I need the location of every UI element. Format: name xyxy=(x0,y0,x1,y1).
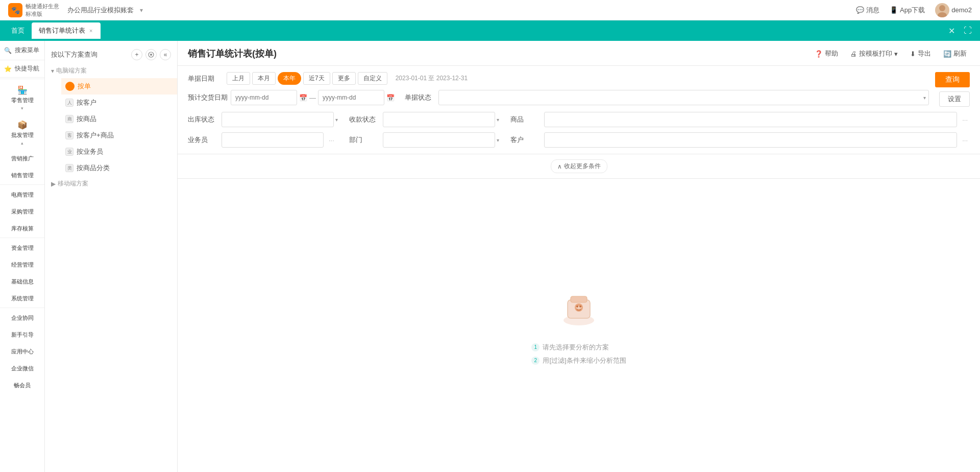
delivery-status-select[interactable] xyxy=(222,112,334,127)
filter-row-4: 业务员 ··· 部门 ▾ 客户 xyxy=(188,132,970,148)
customer-input[interactable] xyxy=(544,132,957,148)
cal-from-icon[interactable]: 📅 xyxy=(299,94,307,102)
refresh-btn[interactable]: 🔄 刷新 xyxy=(940,47,970,60)
help-btn[interactable]: ❓ 帮助 xyxy=(812,47,841,60)
star-icon: ⭐ xyxy=(4,65,12,73)
tab-bar: 首页 销售订单统计表 × ✕ ⛶ xyxy=(0,20,980,41)
date-btn-more[interactable]: 更多 xyxy=(332,72,356,85)
expected-date-to[interactable] xyxy=(318,90,384,105)
svg-rect-6 xyxy=(571,296,587,302)
app-download-btn[interactable]: 📱 App下载 xyxy=(890,6,925,15)
date-btn-this-year[interactable]: 本年 xyxy=(278,72,301,85)
wholesale-icon: 📦 xyxy=(17,120,28,130)
bill-date-row: 单据日期 上月 本月 本年 近7天 更多 自定义 2023-01-01 至 20… xyxy=(188,72,929,85)
salesperson-input[interactable] xyxy=(222,132,324,148)
sidebar-item-newbie[interactable]: 新手引导 xyxy=(0,326,44,343)
date-btn-last-month[interactable]: 上月 xyxy=(227,72,250,85)
sidebar-item-marketing[interactable]: 营销推广 xyxy=(0,150,44,167)
date-btn-last-7-days[interactable]: 近7天 xyxy=(303,72,330,85)
date-range-text: 2023-01-01 至 2023-12-31 xyxy=(396,74,468,83)
mobile-expand-icon: ▶ xyxy=(51,180,56,187)
collapse-chevron-icon: ∧ xyxy=(557,163,562,170)
sidebar-item-inventory[interactable]: 库存核算 xyxy=(0,220,44,237)
sidebar-quick-nav[interactable]: ⭐ 快捷导航 xyxy=(0,60,44,78)
cal-to-icon[interactable]: 📅 xyxy=(386,94,395,102)
settings-btn[interactable]: 设置 xyxy=(939,91,970,107)
sidebar-item-apps[interactable]: 应用中心 xyxy=(0,343,44,360)
customer-dots-btn[interactable]: ··· xyxy=(960,136,970,144)
department-select-wrap: ▾ xyxy=(383,132,502,148)
print-btn[interactable]: 🖨 按模板打印 ▾ xyxy=(847,47,901,60)
sidebar-search[interactable]: 🔍 搜索菜单 xyxy=(0,41,44,60)
sidebar-item-sales[interactable]: 销售管理 xyxy=(0,167,44,183)
sidebar-item-wholesale[interactable]: 📦 批发管理 ▴ xyxy=(0,115,44,150)
sidebar-item-base[interactable]: 基础信息 xyxy=(0,273,44,290)
sidebar-item-purchase[interactable]: 采购管理 xyxy=(0,203,44,220)
tree-item-by-salesperson[interactable]: 业 按业务员 xyxy=(61,144,177,160)
logo-box: 🐾 畅捷通好生意 标准版 xyxy=(8,3,59,17)
sidebar-item-member[interactable]: 畅会员 xyxy=(0,376,44,393)
bill-status-select[interactable] xyxy=(438,90,929,105)
mobile-scheme-group[interactable]: ▶ 移动端方案 xyxy=(45,176,177,191)
collapse-conditions-btn[interactable]: ∧ 收起更多条件 xyxy=(551,159,607,173)
left-panel-title: 按以下方案查询 xyxy=(51,50,97,59)
page-header: 销售订单统计表(按单) ❓ 帮助 🖨 按模板打印 ▾ ⬇ 导出 xyxy=(178,41,980,66)
sidebar-item-weixin[interactable]: 企业微信 xyxy=(0,360,44,376)
tip-num-2: 2 xyxy=(531,357,540,365)
tab-maximize-btn[interactable]: ⛶ xyxy=(962,25,974,37)
tab-close-btn[interactable]: × xyxy=(88,27,93,35)
tree-item-by-customer[interactable]: 人 按客户 xyxy=(61,95,177,111)
by-product-icon: 商 xyxy=(65,115,74,123)
top-title-arrow[interactable]: ▾ xyxy=(140,7,143,14)
svg-point-0 xyxy=(939,5,945,11)
collapse-panel-btn[interactable]: « xyxy=(160,49,171,60)
mobile-icon: 📱 xyxy=(890,6,898,14)
svg-point-1 xyxy=(938,12,947,17)
top-bar: 🐾 畅捷通好生意 标准版 办公用品行业模拟账套 ▾ 💬 消息 📱 App下载 d… xyxy=(0,0,980,20)
payment-status-select[interactable] xyxy=(383,112,495,127)
product-dots-btn[interactable]: ··· xyxy=(960,116,970,124)
department-select[interactable] xyxy=(383,132,495,148)
user-profile[interactable]: demo2 xyxy=(935,3,972,17)
tab-close-window-btn[interactable]: ✕ xyxy=(945,25,958,37)
salesperson-dots-btn[interactable]: ··· xyxy=(327,136,336,144)
top-bar-right: 💬 消息 📱 App下载 demo2 xyxy=(856,3,972,17)
date-btn-custom[interactable]: 自定义 xyxy=(358,72,387,85)
tree-item-by-order[interactable]: 按单 xyxy=(61,78,177,95)
export-btn[interactable]: ⬇ 导出 xyxy=(907,47,934,60)
tree-item-by-category[interactable]: 类 按商品分类 xyxy=(61,160,177,176)
product-input[interactable] xyxy=(544,112,957,127)
department-arrow-icon: ▾ xyxy=(497,137,499,143)
delivery-arrow-icon: ▾ xyxy=(335,117,338,123)
bill-status-filter: 单据状态 ▾ xyxy=(405,90,929,105)
print-arrow-icon: ▾ xyxy=(894,50,898,58)
refresh-icon: 🔄 xyxy=(943,50,951,58)
query-btn[interactable]: 查询 xyxy=(935,72,970,87)
edit-scheme-btn[interactable] xyxy=(145,49,157,60)
bill-status-label: 单据状态 xyxy=(405,93,435,102)
message-btn[interactable]: 💬 消息 xyxy=(856,6,879,15)
sidebar-item-finance[interactable]: 资金管理 xyxy=(0,239,44,256)
print-icon: 🖨 xyxy=(850,50,857,58)
page-actions: ❓ 帮助 🖨 按模板打印 ▾ ⬇ 导出 🔄 刷新 xyxy=(812,47,970,60)
by-salesperson-icon: 业 xyxy=(65,148,74,156)
bill-date-label: 单据日期 xyxy=(188,74,218,83)
add-scheme-btn[interactable]: + xyxy=(131,49,142,60)
pc-scheme-group[interactable]: ▾ 电脑端方案 xyxy=(45,63,177,78)
sidebar-item-operations[interactable]: 经营管理 xyxy=(0,256,44,273)
delivery-status-filter: 出库状态 ▾ xyxy=(188,112,341,127)
svg-point-3 xyxy=(150,54,152,56)
tree-item-by-product[interactable]: 商 按商品 xyxy=(61,111,177,127)
tab-home[interactable]: 首页 xyxy=(4,22,32,39)
date-btn-this-month[interactable]: 本月 xyxy=(252,72,276,85)
sidebar-item-system[interactable]: 系统管理 xyxy=(0,290,44,306)
salesperson-filter: 业务员 ··· xyxy=(188,132,341,148)
left-panel-header: 按以下方案查询 + « xyxy=(45,46,177,63)
sidebar-item-ecommerce[interactable]: 电商管理 xyxy=(0,186,44,203)
tree-item-by-cust-prod[interactable]: 客 按客户+商品 xyxy=(61,127,177,144)
sidebar-item-retail[interactable]: 🏪 零售管理 ▾ xyxy=(0,80,44,115)
sidebar: 🔍 搜索菜单 ⭐ 快捷导航 🏪 零售管理 ▾ 📦 批发管理 ▴ 营销推广 销售管… xyxy=(0,41,45,472)
tab-sales-order-stats[interactable]: 销售订单统计表 × xyxy=(32,22,101,39)
expected-date-from[interactable] xyxy=(231,90,297,105)
sidebar-item-enterprise[interactable]: 企业协同 xyxy=(0,309,44,326)
